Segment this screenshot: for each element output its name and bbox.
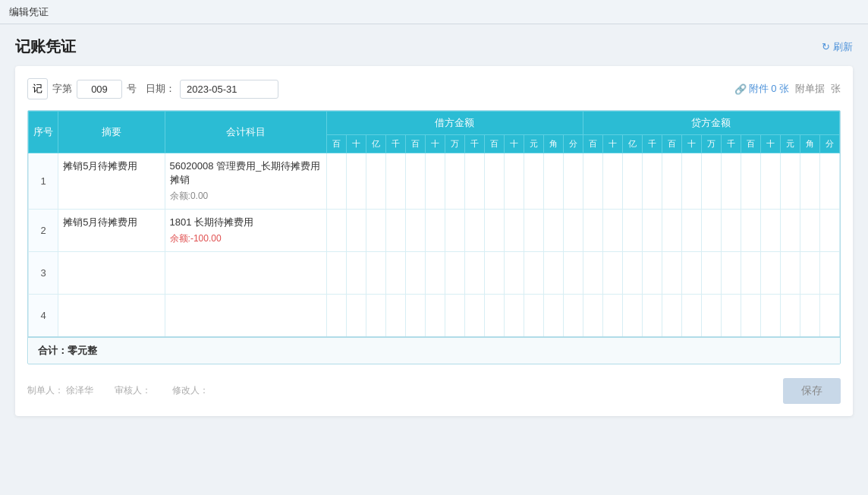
td-credit-digit[interactable]: [721, 153, 741, 210]
td-credit-digit[interactable]: [602, 295, 622, 337]
td-debit-digit[interactable]: [484, 295, 504, 337]
td-debit-digit[interactable]: [405, 210, 425, 252]
td-debit-digit[interactable]: [366, 295, 385, 337]
td-debit-digit[interactable]: [504, 252, 524, 295]
td-debit-digit[interactable]: [543, 295, 563, 337]
td-credit-digit[interactable]: [819, 252, 839, 295]
td-credit-digit[interactable]: [701, 210, 721, 252]
td-credit-digit[interactable]: [681, 252, 701, 295]
td-credit-digit[interactable]: [819, 153, 839, 210]
td-debit-digit[interactable]: [405, 153, 425, 210]
td-credit-digit[interactable]: [741, 210, 760, 252]
td-credit-digit[interactable]: [662, 295, 681, 337]
td-credit-digit[interactable]: [780, 210, 800, 252]
td-summary[interactable]: [58, 252, 165, 295]
td-credit-digit[interactable]: [642, 295, 662, 337]
td-debit-digit[interactable]: [425, 210, 445, 252]
td-credit-digit[interactable]: [622, 153, 642, 210]
td-account[interactable]: [165, 295, 326, 337]
td-debit-digit[interactable]: [385, 210, 405, 252]
td-credit-digit[interactable]: [642, 210, 662, 252]
td-debit-digit[interactable]: [445, 295, 464, 337]
td-debit-digit[interactable]: [425, 252, 445, 295]
td-debit-digit[interactable]: [425, 295, 445, 337]
td-debit-digit[interactable]: [524, 295, 543, 337]
td-debit-digit[interactable]: [543, 252, 563, 295]
td-credit-digit[interactable]: [583, 210, 602, 252]
td-credit-digit[interactable]: [760, 295, 780, 337]
td-credit-digit[interactable]: [583, 252, 602, 295]
td-credit-digit[interactable]: [681, 210, 701, 252]
td-debit-digit[interactable]: [464, 153, 484, 210]
td-credit-digit[interactable]: [701, 295, 721, 337]
td-debit-digit[interactable]: [326, 295, 346, 337]
td-credit-digit[interactable]: [681, 295, 701, 337]
td-credit-digit[interactable]: [800, 295, 819, 337]
td-debit-digit[interactable]: [326, 252, 346, 295]
td-debit-digit[interactable]: [543, 153, 563, 210]
td-credit-digit[interactable]: [721, 252, 741, 295]
td-credit-digit[interactable]: [583, 295, 602, 337]
td-credit-digit[interactable]: [819, 295, 839, 337]
td-account[interactable]: [165, 252, 326, 295]
td-debit-digit[interactable]: [385, 153, 405, 210]
td-summary[interactable]: [58, 295, 165, 337]
td-debit-digit[interactable]: [464, 295, 484, 337]
td-credit-digit[interactable]: [622, 252, 642, 295]
td-debit-digit[interactable]: [366, 153, 385, 210]
td-debit-digit[interactable]: [385, 252, 405, 295]
attachment-link[interactable]: 🔗 附件 0 张: [734, 82, 789, 96]
td-debit-digit[interactable]: [346, 210, 366, 252]
td-debit-digit[interactable]: [504, 153, 524, 210]
td-credit-digit[interactable]: [780, 252, 800, 295]
td-account[interactable]: 1801 长期待摊费用余额:-100.00: [165, 210, 326, 252]
td-debit-digit[interactable]: [563, 153, 583, 210]
date-input[interactable]: [180, 80, 278, 99]
td-credit-digit[interactable]: [602, 210, 622, 252]
td-credit-digit[interactable]: [642, 252, 662, 295]
td-summary[interactable]: 摊销5月待摊费用: [58, 210, 165, 252]
number-input[interactable]: [77, 80, 122, 99]
td-debit-digit[interactable]: [425, 153, 445, 210]
td-debit-digit[interactable]: [346, 295, 366, 337]
td-credit-digit[interactable]: [800, 252, 819, 295]
td-debit-digit[interactable]: [366, 252, 385, 295]
td-debit-digit[interactable]: [445, 153, 464, 210]
td-debit-digit[interactable]: [524, 210, 543, 252]
td-credit-digit[interactable]: [800, 153, 819, 210]
td-debit-digit[interactable]: [484, 210, 504, 252]
td-credit-digit[interactable]: [681, 153, 701, 210]
td-debit-digit[interactable]: [385, 295, 405, 337]
td-credit-digit[interactable]: [622, 210, 642, 252]
td-debit-digit[interactable]: [464, 210, 484, 252]
td-credit-digit[interactable]: [662, 252, 681, 295]
td-debit-digit[interactable]: [563, 295, 583, 337]
save-button[interactable]: 保存: [783, 378, 841, 404]
td-credit-digit[interactable]: [602, 252, 622, 295]
td-debit-digit[interactable]: [366, 210, 385, 252]
td-credit-digit[interactable]: [800, 210, 819, 252]
td-debit-digit[interactable]: [504, 295, 524, 337]
td-debit-digit[interactable]: [484, 252, 504, 295]
td-debit-digit[interactable]: [405, 252, 425, 295]
td-debit-digit[interactable]: [563, 252, 583, 295]
td-credit-digit[interactable]: [721, 295, 741, 337]
type-select[interactable]: 记: [27, 78, 48, 99]
td-credit-digit[interactable]: [583, 153, 602, 210]
td-debit-digit[interactable]: [445, 252, 464, 295]
td-summary[interactable]: 摊销5月待摊费用: [58, 153, 165, 210]
td-credit-digit[interactable]: [721, 210, 741, 252]
td-debit-digit[interactable]: [326, 210, 346, 252]
td-credit-digit[interactable]: [662, 153, 681, 210]
td-debit-digit[interactable]: [346, 252, 366, 295]
td-credit-digit[interactable]: [701, 153, 721, 210]
td-credit-digit[interactable]: [741, 252, 760, 295]
td-debit-digit[interactable]: [484, 153, 504, 210]
td-credit-digit[interactable]: [760, 252, 780, 295]
td-credit-digit[interactable]: [760, 210, 780, 252]
td-account[interactable]: 56020008 管理费用_长期待摊费用摊销余额:0.00: [165, 153, 326, 210]
td-credit-digit[interactable]: [780, 153, 800, 210]
td-credit-digit[interactable]: [741, 153, 760, 210]
td-credit-digit[interactable]: [780, 295, 800, 337]
td-debit-digit[interactable]: [524, 153, 543, 210]
